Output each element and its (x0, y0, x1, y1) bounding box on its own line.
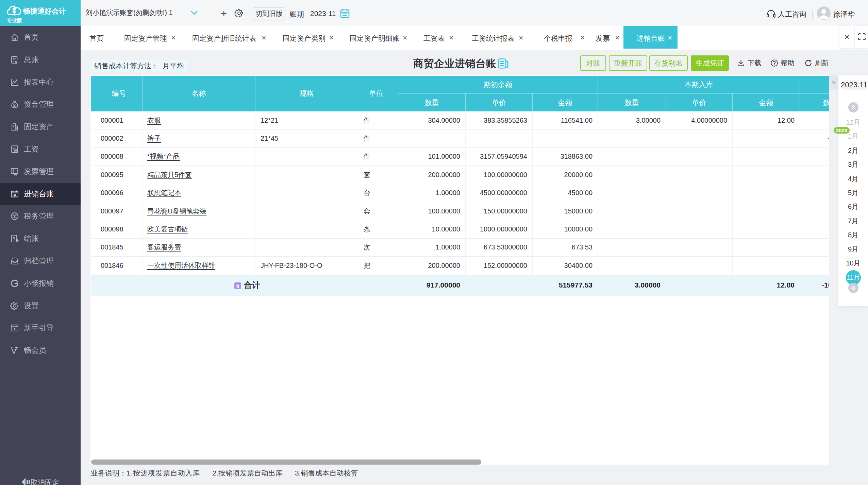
svg-text:¥: ¥ (15, 60, 18, 64)
svg-text:¥: ¥ (13, 103, 16, 108)
